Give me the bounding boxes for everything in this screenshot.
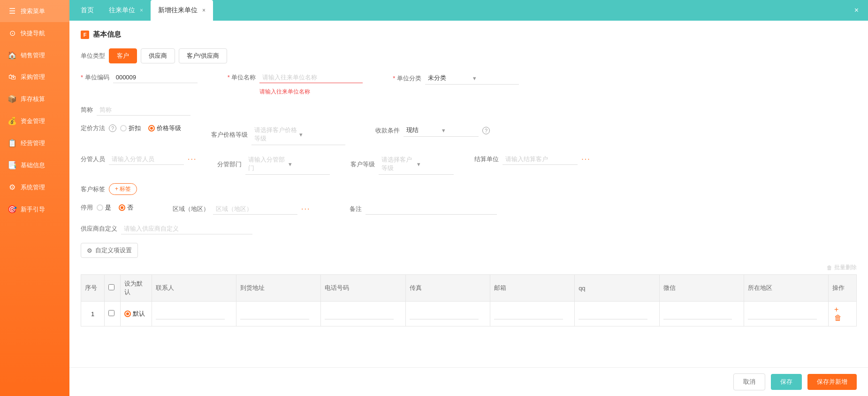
supplier-custom-field: 供应商自定义 [81,223,252,234]
sidebar-item-quicknav[interactable]: ⊙ 快捷导航 [0,22,69,44]
department-select[interactable]: 请输入分管部门 ▾ [245,154,330,175]
sidebar-item-search[interactable]: ☰ 搜索菜单 [0,0,69,22]
remark-input[interactable] [365,203,497,215]
btn-both[interactable]: 客户/供应商 [179,48,227,63]
settlement-label: 结算单位 [474,155,499,163]
payment-terms-field: 收款条件 现结 ▾ ? [375,124,490,137]
select-all-checkbox[interactable] [108,284,114,290]
row-checkbox[interactable] [105,302,121,326]
unit-name-input[interactable] [259,72,363,83]
row-phone[interactable] [321,302,405,326]
btn-customer[interactable]: 客户 [109,48,137,63]
sidebar-item-label: 搜索菜单 [21,7,45,16]
abbr-input[interactable] [97,104,190,116]
row-default-radio[interactable]: 默认 [124,310,148,318]
row-checkbox-input[interactable] [108,310,114,316]
custom-setting-button[interactable]: ⚙ 自定义项设置 [81,243,138,258]
unit-category-label: 单位分类 [393,74,421,83]
col-checkbox[interactable] [105,275,121,302]
cancel-button[interactable]: 取消 [733,373,765,390]
unit-category-select[interactable]: 未分类 ▾ [425,72,519,85]
sidebar-item-finance[interactable]: 💰 资金管理 [0,110,69,132]
basic-info-icon: 📑 [8,161,17,170]
unit-type-field: 单位类型 客户 供应商 客户/供应商 [81,48,227,63]
col-default: 设为默认 [121,275,152,302]
sidebar-item-label: 快捷导航 [21,29,45,38]
sidebar-item-operations[interactable]: 📋 经营管理 [0,132,69,154]
operations-icon: 📋 [8,139,17,148]
trash-icon: 🗑 [827,264,832,271]
sidebar-item-sales[interactable]: 🏠 销售管理 [0,44,69,66]
col-email: 邮箱 [490,275,574,302]
abbr-field: 简称 [81,104,190,116]
sidebar-item-guide[interactable]: 🎯 新手引导 [0,198,69,220]
row-fax[interactable] [405,302,490,326]
sidebar-item-label: 经营管理 [21,139,45,148]
yes-radio [97,204,103,211]
payment-help-icon[interactable]: ? [482,127,490,134]
manager-field: 分管人员 ··· [81,154,197,165]
batch-delete-button[interactable]: 🗑 批量删除 [827,264,857,272]
pricing-discount[interactable]: 折扣 [120,124,141,132]
manager-row: 分管人员 ··· 分管部门 请输入分管部门 ▾ 客户等级 请选择客户等级 ▾ 结… [81,154,857,175]
sidebar-item-label: 采购管理 [21,73,45,81]
row-region[interactable] [744,302,828,326]
region-more-icon[interactable]: ··· [301,205,310,213]
row-email[interactable] [490,302,574,326]
sidebar-item-basic-info[interactable]: 📑 基础信息 [0,154,69,176]
payment-terms-select[interactable]: 现结 ▾ [404,124,479,137]
disable-no[interactable]: 否 [119,203,133,212]
tab-new-partner[interactable]: 新增往来单位 × [151,0,213,21]
chevron-down-icon5: ▾ [417,161,451,168]
sidebar-item-purchase[interactable]: 🛍 采购管理 [0,66,69,88]
department-label: 分管部门 [217,160,242,169]
save-new-button[interactable]: 保存并新增 [807,374,857,390]
window-close-button[interactable]: × [849,6,864,15]
region-input[interactable] [213,203,297,215]
supplier-custom-input[interactable] [121,223,252,234]
tab-partner[interactable]: 往来单位 × [101,0,151,21]
btn-supplier[interactable]: 供应商 [141,48,175,63]
no-radio [119,204,125,211]
customer-price-select[interactable]: 请选择客户价格等级 ▾ [251,124,345,145]
delete-row-button[interactable]: 🗑 [832,314,844,322]
row-address[interactable] [236,302,321,326]
search-icon: ☰ [8,7,17,16]
settlement-input[interactable] [503,154,578,165]
disable-yes[interactable]: 是 [97,203,111,212]
tag-row: 客户标签 + 标签 [81,183,857,195]
pricing-price-level[interactable]: 价格等级 [148,124,181,132]
sidebar-item-label: 库存核算 [21,95,45,103]
row-contact[interactable] [152,302,236,326]
customer-level-select[interactable]: 请选择客户等级 ▾ [379,154,454,175]
col-phone: 电话号码 [321,275,405,302]
manager-more-icon[interactable]: ··· [188,155,197,163]
tag-label: 客户标签 [81,185,105,194]
tab-partner-close[interactable]: × [140,7,143,14]
pricing-help-icon[interactable]: ? [109,124,116,132]
pricing-radio-group: 折扣 价格等级 [120,124,181,132]
tag-add-button[interactable]: + 标签 [109,183,137,195]
add-row-button[interactable]: + [832,305,840,313]
tab-new-partner-close[interactable]: × [202,7,206,14]
manager-label: 分管人员 [81,155,105,163]
home-icon: ⊙ [8,29,17,38]
customer-price-field: 客户价格等级 请选择客户价格等级 ▾ [211,124,345,145]
sidebar-item-label: 系统管理 [21,183,45,192]
sidebar-item-inventory[interactable]: 📦 库存核算 [0,88,69,110]
chevron-down-icon: ▾ [473,75,516,82]
supplier-custom-label: 供应商自定义 [81,225,117,233]
manager-input[interactable] [109,154,184,165]
remark-field: 备注 [350,203,497,215]
row-qq[interactable] [575,302,659,326]
row-wechat[interactable] [659,302,744,326]
sidebar-item-system[interactable]: ⚙ 系统管理 [0,176,69,198]
unit-code-input[interactable] [113,72,198,83]
department-placeholder: 请输入分管部门 [248,155,287,172]
chevron-down-icon2: ▾ [299,131,343,138]
tab-home[interactable]: 首页 [73,0,101,21]
settlement-more-icon[interactable]: ··· [581,155,590,163]
save-button[interactable]: 保存 [771,374,802,390]
chevron-down-icon3: ▾ [442,127,476,134]
default-radio-circle [124,311,131,317]
